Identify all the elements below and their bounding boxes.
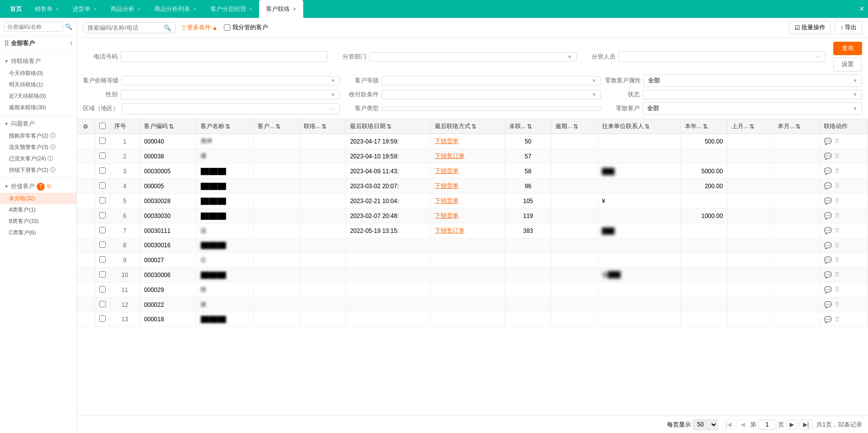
- col-gear[interactable]: ⚙: [77, 119, 95, 134]
- nav-home[interactable]: 首页: [4, 0, 28, 18]
- sidebar-item-c-class[interactable]: C类客户(6): [0, 227, 76, 238]
- col-overdue[interactable]: 逾期... ⇅: [551, 119, 598, 134]
- more-action-icon[interactable]: ⠿: [835, 138, 840, 145]
- row-checkbox[interactable]: [99, 301, 106, 307]
- contact-icon[interactable]: 💬: [824, 152, 832, 160]
- last-method-link[interactable]: 下销货单: [435, 197, 459, 204]
- col-this-month[interactable]: 本月... ⇅: [774, 119, 820, 134]
- cust-type-select[interactable]: [382, 107, 601, 111]
- col-last-month[interactable]: 上月... ⇅: [727, 119, 773, 134]
- col-last-method[interactable]: 最后联络方式 ⇅: [431, 119, 505, 134]
- row-checkbox[interactable]: [99, 271, 106, 278]
- sidebar-item-today[interactable]: 今天待联络(0): [0, 68, 76, 79]
- more-action-icon[interactable]: ⠿: [835, 286, 840, 293]
- sidebar-item-b-class[interactable]: B类客户(33): [0, 216, 76, 227]
- row-checkbox[interactable]: [99, 212, 106, 218]
- col-last-date[interactable]: 最后联络日期 ⇅: [346, 119, 431, 134]
- sidebar-search-icon[interactable]: 🔍: [65, 23, 72, 30]
- sidebar-item-abnormal[interactable]: 囤购异常客户(2) ⓘ: [0, 130, 76, 142]
- contact-icon[interactable]: 💬: [824, 242, 832, 249]
- filter-more-btn[interactable]: ▽ 更多条件 ▲: [182, 23, 218, 32]
- sidebar-item-7days[interactable]: 近7天待联络(0): [0, 90, 76, 102]
- last-method-link[interactable]: 下销货单: [435, 212, 459, 219]
- sidebar-item-ungroup[interactable]: 未分组(32): [0, 193, 76, 204]
- contact-icon[interactable]: 💬: [824, 286, 832, 293]
- refresh-icon[interactable]: ↻: [47, 183, 51, 190]
- payment-select[interactable]: ▼: [382, 90, 601, 99]
- contact-icon[interactable]: 💬: [824, 256, 832, 264]
- more-action-icon[interactable]: ⠿: [835, 271, 840, 279]
- more-action-icon[interactable]: ⠿: [835, 182, 840, 190]
- page-input[interactable]: [758, 420, 776, 430]
- tab-analysis-close[interactable]: ×: [137, 6, 140, 12]
- row-checkbox[interactable]: [99, 138, 106, 144]
- export-button[interactable]: ↑ 导出: [835, 21, 862, 34]
- last-method-link[interactable]: 下销货单: [435, 182, 459, 189]
- nav-tab-segment[interactable]: 客户分层经营 ×: [203, 0, 259, 18]
- prev-page-btn[interactable]: ◀: [737, 420, 748, 430]
- row-checkbox[interactable]: [99, 152, 106, 159]
- col-name[interactable]: 客户名称 ⇅: [197, 119, 253, 134]
- col-contact[interactable]: 联络... ⇅: [300, 119, 346, 134]
- more-action-icon[interactable]: ⠿: [835, 301, 840, 308]
- sidebar-group-pending[interactable]: ▼ 待联络客户: [0, 55, 76, 68]
- contact-icon[interactable]: 💬: [824, 182, 832, 190]
- sidebar-all-customers[interactable]: ⠿ 全部客户 《: [0, 36, 76, 51]
- col-this-year[interactable]: 本年... ⇅: [681, 119, 727, 134]
- more-action-icon[interactable]: ⠿: [835, 212, 840, 219]
- level-select[interactable]: ▼: [382, 76, 601, 85]
- next-page-btn[interactable]: ▶: [786, 420, 798, 430]
- row-checkbox[interactable]: [99, 241, 106, 248]
- retail-attr-select[interactable]: 全部 ▼: [644, 74, 862, 87]
- contact-icon[interactable]: 💬: [824, 271, 832, 279]
- search-input[interactable]: [87, 24, 162, 31]
- query-button[interactable]: 查询: [833, 42, 862, 55]
- tab-purchase-close[interactable]: ×: [93, 6, 96, 12]
- nav-tab-salesorder[interactable]: 销售单 ×: [28, 0, 66, 18]
- gender-select[interactable]: ▼: [121, 90, 340, 99]
- more-action-icon[interactable]: ⠿: [835, 167, 840, 175]
- contact-icon[interactable]: 💬: [824, 138, 832, 145]
- more-action-icon[interactable]: ⠿: [835, 256, 840, 264]
- last-page-btn[interactable]: ▶|: [800, 420, 812, 430]
- dept-select[interactable]: ▼: [369, 52, 576, 62]
- col-type[interactable]: 客户... ⇅: [253, 119, 299, 134]
- sidebar-item-a-class[interactable]: A类客户(1): [0, 204, 76, 216]
- retail-cust-select[interactable]: 全部 ▼: [643, 102, 862, 115]
- col-no-contact[interactable]: 未联... ⇅: [505, 119, 551, 134]
- my-customers-checkbox-area[interactable]: 我分管的客户: [224, 23, 268, 32]
- row-checkbox[interactable]: [99, 167, 106, 174]
- sidebar-group-value[interactable]: ▼ 价值客户 7 ↻: [0, 180, 76, 193]
- person-dots-icon[interactable]: ···: [816, 53, 821, 60]
- more-action-icon[interactable]: ⠿: [835, 152, 840, 160]
- global-close-button[interactable]: ×: [860, 4, 864, 13]
- contact-icon[interactable]: 💬: [824, 197, 832, 205]
- col-code[interactable]: 客户编码 ⇅: [140, 119, 197, 134]
- region-select[interactable]: ···: [122, 103, 340, 114]
- more-action-icon[interactable]: ⠿: [835, 242, 840, 249]
- more-action-icon[interactable]: ⠿: [835, 197, 840, 205]
- row-checkbox[interactable]: [99, 286, 106, 292]
- nav-tab-analysis[interactable]: 商品分析 ×: [104, 0, 147, 18]
- my-customers-checkbox[interactable]: [224, 24, 230, 31]
- tab-salesorder-close[interactable]: ×: [56, 6, 59, 12]
- region-dots-icon[interactable]: ···: [331, 105, 335, 112]
- more-action-icon[interactable]: ⠿: [835, 227, 840, 234]
- nav-tab-purchase[interactable]: 进货单 ×: [66, 0, 103, 18]
- sidebar-item-tomorrow[interactable]: 明天待联络(1): [0, 79, 76, 90]
- row-checkbox[interactable]: [99, 227, 106, 233]
- nav-tab-analysis-list[interactable]: 商品分析列表 ×: [147, 0, 203, 18]
- contact-icon[interactable]: 💬: [824, 212, 832, 219]
- sidebar-group-problem[interactable]: ▼ 问题客户: [0, 118, 76, 130]
- reset-button[interactable]: 设置: [833, 57, 862, 72]
- sidebar-item-declining[interactable]: 持续下滑客户(2) ⓘ: [0, 164, 76, 176]
- row-checkbox[interactable]: [99, 315, 106, 322]
- batch-op-button[interactable]: ☑ 批量操作: [789, 21, 831, 34]
- tab-analysis-list-close[interactable]: ×: [193, 6, 196, 12]
- phone-input[interactable]: [121, 51, 328, 62]
- last-method-link[interactable]: 下销货单: [435, 167, 459, 174]
- last-method-link[interactable]: 下销售订单: [435, 227, 465, 234]
- row-checkbox[interactable]: [99, 197, 106, 204]
- sidebar-search-input[interactable]: [4, 22, 63, 32]
- first-page-btn[interactable]: |◀: [722, 420, 735, 430]
